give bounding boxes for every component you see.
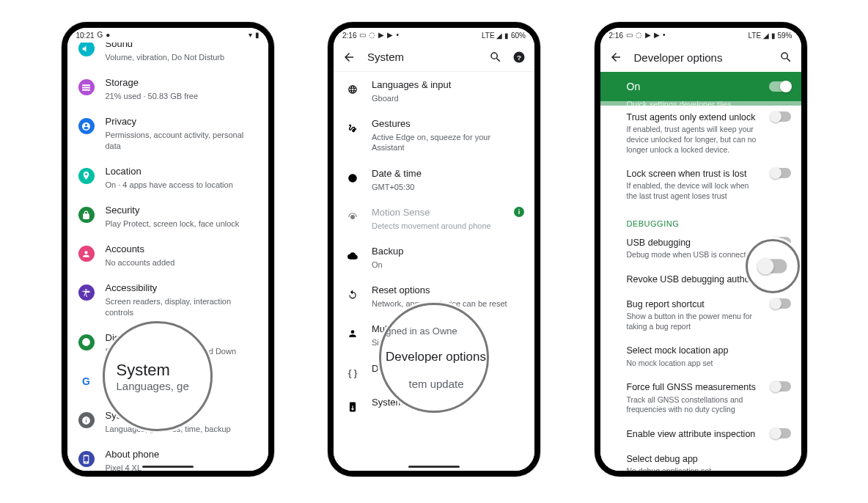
battery-icon: ▮ [255, 32, 260, 39]
toggle[interactable] [770, 111, 791, 122]
magnifier-title: System [117, 361, 210, 380]
status-time: 2:16 [609, 32, 623, 40]
status-bar: 10:21 G ● ▾ ▮ [67, 28, 268, 43]
item-title: Select debug app [627, 453, 791, 465]
settings-item-security[interactable]: Security Play Protect, screen lock, face… [67, 197, 268, 236]
item-sub: Permissions, account activity, personal … [106, 130, 258, 151]
info-icon[interactable]: i [514, 207, 524, 217]
debugging-section-label: DEBUGGING [617, 209, 801, 231]
item-title: Accessibility [106, 282, 258, 295]
master-switch-label: On [627, 81, 641, 92]
notif-icon: ▭ [626, 32, 633, 39]
item-title: Reset options [372, 284, 524, 297]
system-item-backup[interactable]: Backup On [334, 238, 534, 277]
search-icon[interactable] [779, 51, 792, 64]
magnifier-above: gned in as Owne [386, 326, 487, 337]
item-title: Languages & input [372, 79, 524, 92]
notif-icon: ▭ [359, 32, 366, 39]
back-icon[interactable] [609, 51, 622, 64]
item-sub: No debug application set [627, 466, 791, 471]
item-title: Privacy [106, 116, 258, 128]
dev-item-lock-screen-when-trust-is-lost[interactable]: Lock screen when trust is lost If enable… [600, 162, 801, 209]
item-title: Motion Sense [372, 207, 504, 219]
toggle[interactable] [770, 168, 791, 178]
item-sub: Gboard [372, 93, 524, 103]
magnifier-system: System Languages, ge [103, 321, 213, 431]
item-title: Force full GNSS measurements [627, 381, 760, 393]
item-sub: No mock location app set [627, 359, 791, 369]
status-right: LTE ◢ ▮ 59% [749, 32, 792, 40]
appbar-title: System [367, 51, 404, 63]
notif-icon: • [396, 32, 399, 39]
help-icon[interactable]: ? [512, 51, 526, 64]
settings-item-storage[interactable]: Storage 21% used · 50.83 GB free [67, 70, 268, 109]
item-sub: 21% used · 50.83 GB free [106, 91, 258, 101]
notif-icon: • [663, 32, 666, 39]
notif-icon: ▶ [654, 32, 660, 39]
toggle[interactable] [770, 428, 791, 438]
system-item-motion-sense[interactable]: Motion Sense Detects movement around pho… [334, 199, 534, 238]
settings-item-privacy[interactable]: Privacy Permissions, account activity, p… [67, 109, 268, 158]
notif-icon: ▶ [645, 32, 651, 39]
status-right: LTE ◢ ▮ 60% [482, 32, 526, 40]
status-time: 10:21 [76, 32, 95, 40]
item-sub: On [372, 260, 524, 270]
settings-item-accessibility[interactable]: Accessibility Screen readers, display, i… [67, 275, 268, 324]
system-item-date-time[interactable]: Date & time GMT+05:30 [334, 161, 534, 199]
settings-item-accounts[interactable]: Accounts No accounts added [67, 236, 268, 275]
item-title: Backup [372, 246, 524, 258]
item-title: Location [106, 166, 258, 178]
item-sub: Play Protect, screen lock, face unlock [106, 219, 258, 229]
usb-debugging-toggle[interactable] [758, 259, 787, 273]
notif-icon: ◌ [636, 32, 642, 39]
home-indicator[interactable] [142, 466, 194, 468]
master-toggle[interactable] [769, 81, 791, 92]
toggle[interactable] [770, 381, 791, 392]
magnifier-sub: Languages, ge [117, 380, 210, 392]
app-bar: System ? [334, 43, 534, 72]
toggle[interactable] [770, 298, 791, 309]
magnifier-below: tem update [386, 378, 487, 390]
item-title: Trust agents only extend unlock [627, 111, 760, 123]
phone-settings-main: 10:21 G ● ▾ ▮ Sound Volume, vibration, D… [62, 22, 274, 477]
item-title: Gestures [372, 118, 524, 131]
system-item-languages-input[interactable]: Languages & input Gboard [334, 72, 534, 111]
master-switch-row[interactable]: On [600, 72, 801, 101]
phone-dev-options: 2:16 ▭ ◌ ▶ ▶ • LTE ◢ ▮ 59% Developer opt… [595, 22, 807, 477]
item-title: Bug report shortcut [627, 298, 760, 310]
item-title: Lock screen when trust is lost [627, 168, 760, 180]
app-bar: Developer options [600, 43, 801, 72]
dev-item-enable-view-attribute-inspection[interactable]: Enable view attribute inspection [600, 422, 801, 447]
item-sub: Show a button in the power menu for taki… [627, 312, 760, 331]
back-icon[interactable] [342, 51, 356, 64]
dev-item-select-mock-location-app[interactable]: Select mock location app No mock locatio… [600, 339, 801, 375]
dev-item-bug-report-shortcut[interactable]: Bug report shortcut Show a button in the… [600, 293, 801, 339]
status-bar: 2:16 ▭ ◌ ▶ ▶ • LTE ◢ ▮ 60% [334, 28, 534, 43]
item-sub: Screen readers, display, interaction con… [106, 296, 258, 317]
dev-item-select-debug-app[interactable]: Select debug app No debug application se… [600, 447, 801, 471]
item-title: Enable view attribute inspection [627, 428, 760, 440]
item-title: Select mock location app [627, 345, 791, 356]
settings-item-location[interactable]: Location On · 4 apps have access to loca… [67, 158, 268, 197]
dot-icon: ● [106, 32, 110, 39]
phone-system-screen: 2:16 ▭ ◌ ▶ ▶ • LTE ◢ ▮ 60% System [328, 22, 540, 477]
search-icon[interactable] [489, 51, 502, 64]
dev-item-trust-agents-only-extend-unlock[interactable]: Trust agents only extend unlock If enabl… [600, 106, 801, 162]
dev-item-force-full-gnss-measurements[interactable]: Force full GNSS measurements Track all G… [600, 375, 801, 422]
item-title: Date & time [372, 168, 524, 180]
item-sub: Volume, vibration, Do Not Disturb [106, 52, 258, 62]
notif-icon: ▶ [378, 32, 384, 39]
item-title: About phone [106, 449, 258, 461]
appbar-title: Developer options [634, 51, 723, 64]
home-indicator[interactable] [408, 466, 460, 468]
item-title: Storage [106, 77, 258, 89]
item-title: USB debugging [627, 237, 760, 249]
status-bar: 2:16 ▭ ◌ ▶ ▶ • LTE ◢ ▮ 59% [600, 28, 801, 43]
item-title: Sound [106, 43, 258, 51]
system-item-gestures[interactable]: Gestures Active Edge on, squeeze for you… [334, 111, 534, 160]
item-sub: On · 4 apps have access to location [106, 180, 258, 190]
status-time: 2:16 [342, 32, 356, 40]
magnifier-usb-toggle [746, 239, 800, 293]
settings-item-sound[interactable]: Sound Volume, vibration, Do Not Disturb [67, 43, 268, 70]
google-icon: G [98, 32, 103, 39]
